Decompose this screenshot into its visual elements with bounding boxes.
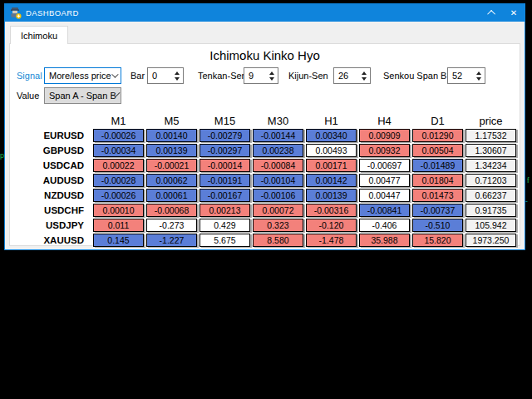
column-header-M30: M30 <box>253 114 303 127</box>
table-cell: 0.00072 <box>253 204 303 217</box>
tab-strip: Ichimoku <box>10 26 68 44</box>
spin-down-icon <box>269 77 274 81</box>
signal-value: More/less price <box>49 71 111 81</box>
table-cell: 35.988 <box>359 234 410 247</box>
signal-combobox[interactable]: More/less price <box>44 67 121 84</box>
table-cell: 0.01290 <box>412 129 463 142</box>
row-label-NZDUSD: NZDUSD <box>12 189 91 202</box>
spin-down-icon <box>362 77 367 81</box>
value-label: Value <box>17 91 39 101</box>
table-cell: 0.01804 <box>412 174 463 187</box>
table-cell: -0.00297 <box>200 144 250 157</box>
table-cell: -0.273 <box>146 219 197 232</box>
senkou-label: Senkou Span B <box>383 71 446 81</box>
spin-buttons[interactable] <box>357 68 370 83</box>
column-header-M15: M15 <box>200 114 250 127</box>
table-cell: 0.00340 <box>306 129 357 142</box>
tenkan-value: 9 <box>244 68 265 83</box>
table-cell: 8.580 <box>253 234 303 247</box>
table-cell: 0.00504 <box>412 144 463 157</box>
table-cell: -0.00026 <box>93 129 144 142</box>
close-icon: ✕ <box>510 8 517 17</box>
table-cell: 0.429 <box>200 219 250 232</box>
table-cell: -0.00841 <box>359 204 410 217</box>
table-cell: 0.00062 <box>146 174 197 187</box>
column-header-M5: M5 <box>146 114 197 127</box>
table-cell: 0.00447 <box>359 189 410 202</box>
window-titlebar[interactable]: DASHBOARD ✕ <box>5 4 525 22</box>
table-cell: -0.00737 <box>412 204 463 217</box>
tab-label: Ichimoku <box>21 31 57 41</box>
chevron-down-icon <box>116 92 120 96</box>
table-cell: -0.00279 <box>200 129 250 142</box>
table-cell: -0.00191 <box>200 174 250 187</box>
column-header-price: price <box>466 114 516 127</box>
table-cell: -0.00316 <box>306 204 357 217</box>
background-artifact: f <box>527 177 530 185</box>
table-cell: -0.00167 <box>200 189 250 202</box>
table-cell: 0.011 <box>93 219 144 232</box>
kijun-spinner[interactable]: 26 <box>333 67 371 84</box>
background-artifact: - <box>525 198 528 205</box>
table-cell: -0.00021 <box>146 159 197 172</box>
spin-up-icon <box>175 71 180 75</box>
table-cell: -0.406 <box>359 219 410 232</box>
page-title: Ichimoku Kinko Hyo <box>10 48 520 62</box>
table-cell: 1973.250 <box>466 234 516 247</box>
tab-ichimoku[interactable]: Ichimoku <box>10 26 68 44</box>
spin-up-icon <box>476 71 481 75</box>
row-label-XAUUSD: XAUUSD <box>12 234 91 247</box>
tenkan-label: Tenkan-Sen <box>198 71 247 81</box>
table-cell: -1.227 <box>146 234 197 247</box>
window-title: DASHBOARD <box>26 8 79 17</box>
table-cell: 0.00061 <box>146 189 197 202</box>
bar-label: Bar <box>131 71 145 81</box>
table-cell: 0.00238 <box>253 144 303 157</box>
table-cell: -0.00104 <box>253 174 303 187</box>
table-cell: -0.120 <box>306 219 357 232</box>
spin-buttons[interactable] <box>472 68 485 83</box>
value-combobox[interactable]: Span A - Span B <box>44 87 121 104</box>
spin-buttons[interactable] <box>265 68 278 83</box>
row-label-USDJPY: USDJPY <box>12 219 91 232</box>
bar-spinner[interactable]: 0 <box>147 67 184 84</box>
table-cell: -0.01489 <box>412 159 463 172</box>
expert-advisor-icon <box>9 7 22 19</box>
table-cell: 105.942 <box>466 219 516 232</box>
senkou-value: 52 <box>448 68 472 83</box>
close-button[interactable]: ✕ <box>503 4 525 22</box>
table-cell: 0.00010 <box>93 204 144 217</box>
desktop-background: { "window": { "title": "DASHBOARD", "clo… <box>0 0 532 399</box>
senkou-spinner[interactable]: 52 <box>447 67 485 84</box>
table-cell: 0.91735 <box>466 204 516 217</box>
table-cell: 0.66237 <box>466 189 516 202</box>
table-cell: 0.00932 <box>359 144 410 157</box>
table-cell: 0.145 <box>93 234 144 247</box>
signal-label: Signal <box>17 71 42 81</box>
column-header-M1: M1 <box>93 114 144 127</box>
tenkan-spinner[interactable]: 9 <box>244 67 278 84</box>
table-cell: 5.675 <box>200 234 250 247</box>
kijun-value: 26 <box>334 68 357 83</box>
dashboard-window: DASHBOARD ✕ Ichimoku Ichimoku Kinko Hyo … <box>4 3 525 250</box>
table-cell: -0.00697 <box>359 159 410 172</box>
row-label-USDCHF: USDCHF <box>12 204 91 217</box>
kijun-label: Kijun-Sen <box>288 71 328 81</box>
collapse-button[interactable] <box>481 4 503 22</box>
spin-down-icon <box>175 77 180 81</box>
table-corner <box>12 114 91 127</box>
table-cell: 0.00171 <box>306 159 357 172</box>
chevron-up-icon <box>487 10 495 18</box>
table-cell: 1.17532 <box>466 129 516 142</box>
column-header-D1: D1 <box>412 114 463 127</box>
chevron-down-icon <box>111 71 118 77</box>
row-label-AUDUSD: AUDUSD <box>12 174 91 187</box>
table-cell: 0.00493 <box>306 144 357 157</box>
spin-buttons[interactable] <box>170 68 183 83</box>
table-cell: 0.00139 <box>306 189 357 202</box>
spin-up-icon <box>269 71 274 75</box>
column-header-H1: H1 <box>306 114 357 127</box>
table-cell: 0.71203 <box>466 174 516 187</box>
ichimoku-table: M1M5M15M30H1H4D1priceEURUSD-0.000260.001… <box>12 114 516 247</box>
table-cell: 0.00142 <box>306 174 357 187</box>
